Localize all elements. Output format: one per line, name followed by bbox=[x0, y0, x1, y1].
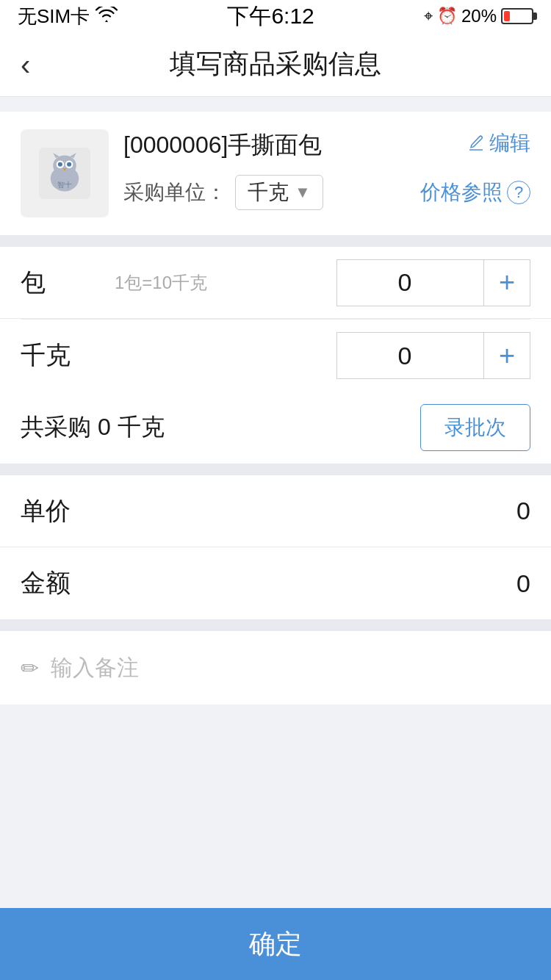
bag-plus-button[interactable]: + bbox=[483, 259, 530, 306]
battery-icon bbox=[501, 8, 533, 24]
unit-price-value: 0 bbox=[516, 497, 530, 525]
notes-section[interactable]: ✏ 输入备注 bbox=[0, 631, 551, 705]
unit-value: 千克 bbox=[248, 179, 289, 206]
form-section: 包 1包=10千克 + 千克 + bbox=[0, 247, 551, 392]
svg-point-5 bbox=[58, 162, 62, 167]
summary-row: 共采购 0 千克 录批次 bbox=[0, 392, 551, 464]
product-info: [0000006]手撕面包 编辑 采购单位： 千克 ▼ 价格参照 ? bbox=[123, 129, 530, 210]
kg-row: 千克 + bbox=[0, 320, 551, 392]
page-title: 填写商品采购信息 bbox=[170, 46, 381, 82]
svg-point-6 bbox=[67, 162, 71, 167]
kg-plus-button[interactable]: + bbox=[483, 332, 530, 379]
alarm-icon: ⏰ bbox=[437, 7, 457, 26]
kg-quantity-input[interactable] bbox=[336, 332, 483, 379]
product-name: [0000006]手撕面包 bbox=[123, 129, 322, 162]
status-bar: 无SIM卡 下午6:12 ⌖ ⏰ 20% bbox=[0, 0, 551, 32]
price-section: 单价 0 金额 0 bbox=[0, 475, 551, 619]
bag-label: 包 bbox=[21, 266, 109, 300]
summary-text: 共采购 0 千克 bbox=[21, 411, 165, 444]
unit-label: 采购单位： bbox=[123, 179, 226, 206]
edit-button[interactable]: 编辑 bbox=[467, 129, 530, 157]
confirm-button[interactable]: 确定 bbox=[249, 926, 302, 962]
batch-button[interactable]: 录批次 bbox=[420, 404, 530, 451]
amount-label: 金额 bbox=[21, 566, 71, 600]
status-left: 无SIM卡 bbox=[18, 4, 118, 29]
bag-sub: 1包=10千克 bbox=[115, 271, 207, 295]
status-right: ⌖ ⏰ 20% bbox=[424, 6, 533, 26]
no-sim-text: 无SIM卡 bbox=[18, 4, 90, 29]
bag-row: 包 1包=10千克 + bbox=[0, 247, 551, 319]
pencil-icon: ✏ bbox=[21, 655, 39, 681]
divider-3 bbox=[0, 619, 551, 631]
back-button[interactable]: ‹ bbox=[21, 50, 30, 79]
dropdown-icon: ▼ bbox=[295, 183, 311, 202]
product-card: 智十 [0000006]手撕面包 编辑 采购单位： 千克 ▼ bbox=[0, 112, 551, 235]
unit-select[interactable]: 千克 ▼ bbox=[235, 175, 323, 210]
kg-label: 千克 bbox=[21, 339, 109, 372]
unit-price-label: 单价 bbox=[21, 494, 71, 528]
battery-percent: 20% bbox=[461, 6, 497, 26]
nav-bar: ‹ 填写商品采购信息 bbox=[0, 32, 551, 97]
wifi-icon bbox=[96, 5, 118, 28]
divider-1 bbox=[0, 235, 551, 247]
svg-text:智十: 智十 bbox=[57, 181, 72, 189]
location-icon: ⌖ bbox=[424, 7, 433, 26]
divider-2 bbox=[0, 464, 551, 475]
amount-row: 金额 0 bbox=[0, 547, 551, 619]
bag-quantity-input[interactable] bbox=[336, 259, 483, 306]
amount-value: 0 bbox=[516, 569, 530, 598]
help-icon: ? bbox=[507, 181, 530, 204]
confirm-bar[interactable]: 确定 bbox=[0, 908, 551, 980]
product-thumbnail: 智十 bbox=[21, 129, 109, 217]
notes-placeholder: 输入备注 bbox=[51, 653, 139, 683]
status-time: 下午6:12 bbox=[227, 1, 314, 32]
unit-price-row: 单价 0 bbox=[0, 475, 551, 547]
price-ref-button[interactable]: 价格参照 ? bbox=[420, 179, 530, 206]
